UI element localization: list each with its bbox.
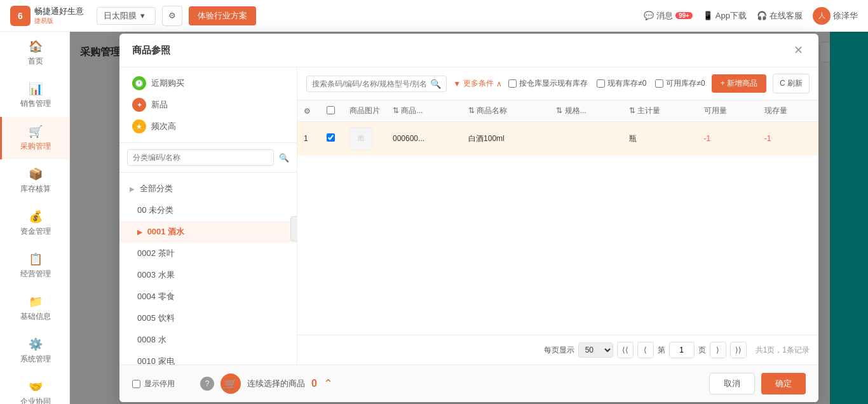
page-total: 共1页，1条记录	[756, 345, 810, 356]
modal-header: 商品参照 ✕	[119, 34, 818, 67]
category-search-input[interactable]	[127, 149, 274, 166]
check-warehouse-label[interactable]: 按仓库显示现有库存	[508, 78, 588, 89]
select-all-checkbox[interactable]	[327, 106, 335, 114]
sidebar-item-basics[interactable]: 📁 基础信息	[0, 287, 69, 330]
user-nav[interactable]: 人 徐泽华	[813, 7, 858, 25]
message-nav[interactable]: 💬 消息 99+	[644, 10, 693, 22]
modal-title: 商品参照	[132, 44, 170, 57]
brand-text: 畅捷通好生意 捷易版	[34, 6, 84, 25]
cat-tea[interactable]: 0002 茶叶	[119, 243, 297, 264]
logo-icon: 6	[10, 6, 31, 26]
sidebar: 🏠 首页 📊 销售管理 🛒 采购管理 📦 库存核算 💰 资金管理 📋 经营管理 …	[0, 32, 70, 404]
message-icon: 💬	[644, 11, 654, 20]
top-nav: 6 畅捷通好生意 捷易版 日太阳膜 ▾ ⚙ 体验行业方案 💬 消息 99+ 📱 …	[0, 0, 868, 32]
trial-button[interactable]: 体验行业方案	[189, 6, 256, 25]
finance-icon: 💰	[29, 210, 43, 224]
th-spec: ⇅ 规格...	[550, 100, 622, 122]
cat-fruit[interactable]: 0003 水果	[119, 264, 297, 286]
cat-uncategorized[interactable]: 00 未分类	[119, 199, 297, 221]
filter-icon: ▼	[453, 79, 461, 88]
cat-water[interactable]: 0008 水	[119, 329, 297, 351]
sidebar-item-purchase[interactable]: 🛒 采购管理	[0, 117, 69, 159]
sidebar-item-business[interactable]: 📋 经营管理	[0, 245, 69, 287]
row-name: 白酒100ml	[462, 122, 550, 156]
per-page-select[interactable]: 10 20 50 100	[578, 342, 613, 358]
cat-search-icon[interactable]: 🔍	[279, 153, 289, 163]
sidebar-item-inventory[interactable]: 📦 库存核算	[0, 159, 69, 202]
system-icon: ⚙️	[29, 337, 43, 351]
collapse-selected-button[interactable]: ⌃	[323, 377, 333, 391]
company-selector[interactable]: 日太阳膜 ▾	[97, 7, 156, 25]
sort-icon: ⇅	[393, 106, 399, 115]
cat-drinks[interactable]: 0005 饮料	[119, 307, 297, 329]
sidebar-item-system[interactable]: ⚙️ 系统管理	[0, 330, 69, 372]
row-checkbox[interactable]	[320, 122, 343, 156]
product-reference-modal: 商品参照 ✕ 🕐 近期购买 ✦	[119, 34, 818, 402]
sort-icon4: ⇅	[629, 106, 635, 115]
new-icon: ✦	[132, 98, 146, 112]
check-available-label[interactable]: 现有库存≠0	[597, 78, 646, 89]
sidebar-item-collab[interactable]: 🤝 企业协同	[0, 372, 69, 404]
product-search-input[interactable]	[312, 79, 430, 88]
quick-new[interactable]: ✦ 新品	[127, 94, 289, 116]
quick-freq[interactable]: ★ 频次高	[127, 116, 289, 137]
prev-page-button[interactable]: ⟨	[637, 342, 654, 358]
help-icon[interactable]: ?	[200, 377, 214, 391]
confirm-button[interactable]: 确定	[761, 373, 806, 394]
check-usable-label[interactable]: 可用库存≠0	[655, 78, 705, 89]
more-filters-button[interactable]: ▼ 更多条件 ∧	[453, 78, 502, 89]
show-disabled-checkbox[interactable]	[132, 380, 140, 388]
freq-icon: ★	[132, 119, 146, 133]
table-row[interactable]: 1 图 000600... 白酒100ml	[297, 122, 818, 156]
cancel-button[interactable]: 取消	[709, 373, 755, 394]
quick-recent[interactable]: 🕐 近期购买	[127, 72, 289, 94]
app-download-nav[interactable]: 📱 App下载	[703, 10, 747, 22]
th-checkbox	[320, 100, 343, 122]
business-icon: 📋	[29, 252, 43, 266]
checkbox-group: 按仓库显示现有库存 现有库存≠0 可用库存≠0	[508, 78, 705, 89]
product-search-icon[interactable]: 🔍	[430, 79, 441, 89]
content-area: 采购管理 查询 设置 刷新 商品参照 ✕	[70, 32, 868, 404]
row-select-checkbox[interactable]	[327, 133, 335, 142]
check-warehouse[interactable]	[508, 79, 517, 88]
quick-access: 🕐 近期购买 ✦ 新品 ★ 频次高	[119, 67, 297, 143]
cat-appliance[interactable]: 0010 家电	[119, 351, 297, 365]
cat-snack[interactable]: 0004 零食	[119, 286, 297, 307]
th-product-code: ⇅ 商品...	[386, 100, 462, 122]
sidebar-item-finance[interactable]: 💰 资金管理	[0, 202, 69, 245]
service-nav[interactable]: 🎧 在线客服	[757, 10, 803, 22]
row-num: 1	[297, 122, 320, 156]
page-unit: 页	[698, 345, 706, 356]
avatar: 人	[813, 7, 831, 25]
category-search: 🔍	[119, 143, 297, 173]
cat-arrow-alcohol: ▶	[137, 229, 142, 236]
headset-icon: 🎧	[757, 11, 767, 20]
check-usable[interactable]	[655, 79, 663, 88]
gear-button[interactable]: ⚙	[162, 6, 182, 26]
cat-alcohol[interactable]: ▶ 0001 酒水	[119, 221, 297, 243]
product-table-body: 1 图 000600... 白酒100ml	[297, 122, 818, 156]
sidebar-item-sales[interactable]: 📊 销售管理	[0, 74, 69, 117]
first-page-button[interactable]: ⟨⟨	[617, 342, 634, 358]
last-page-button[interactable]: ⟩⟩	[730, 342, 747, 358]
row-unit: 瓶	[623, 122, 698, 156]
logo-area: 6 畅捷通好生意 捷易版	[10, 6, 84, 26]
search-input-wrap: 🔍	[306, 76, 447, 92]
main-layout: 🏠 首页 📊 销售管理 🛒 采购管理 📦 库存核算 💰 资金管理 📋 经营管理 …	[0, 32, 868, 404]
check-available[interactable]	[597, 79, 605, 88]
sidebar-item-home[interactable]: 🏠 首页	[0, 32, 69, 74]
row-spec	[550, 122, 622, 156]
cat-all[interactable]: ▶ 全部分类	[119, 178, 297, 199]
page-input[interactable]	[669, 342, 695, 358]
next-page-button[interactable]: ⟩	[710, 342, 726, 358]
th-stock: 现存量	[758, 100, 818, 122]
show-disabled-label[interactable]: 显示停用	[132, 379, 175, 389]
refresh-table-button[interactable]: C 刷新	[773, 74, 810, 93]
modal-close-button[interactable]: ✕	[790, 43, 806, 58]
sort-icon2: ⇅	[468, 106, 475, 115]
product-search-bar: 🔍 ▼ 更多条件 ∧ 按仓库显示现有库存	[297, 67, 818, 100]
row-available: -1	[698, 122, 758, 156]
th-product-image: 商品图片	[343, 100, 386, 122]
collapse-panel-button[interactable]: 《	[290, 216, 297, 241]
add-product-button[interactable]: + 新增商品	[712, 74, 766, 93]
